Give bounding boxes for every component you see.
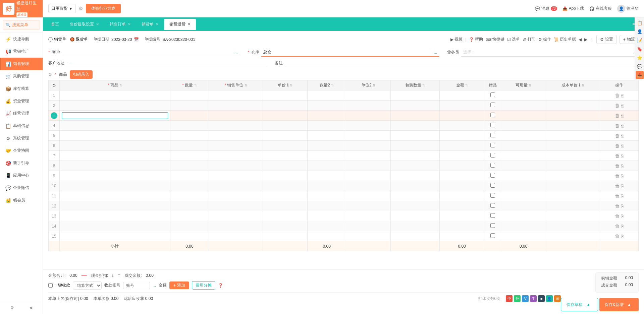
sidebar-item-purchase[interactable]: 🛒 采购管理 [0, 70, 43, 82]
cell-unit2-7[interactable] [346, 151, 391, 161]
cell-product-15[interactable] [60, 231, 170, 241]
copy-row-icon-8[interactable]: ⎘ [621, 163, 624, 169]
cell-qty-1[interactable] [170, 90, 209, 101]
delete-row-icon-12[interactable]: 🗑 [615, 203, 620, 209]
cell-cost-7[interactable] [546, 151, 600, 161]
sidebar-item-inventory[interactable]: 📦 库存核算 [0, 82, 43, 95]
addr-input[interactable]: ... [66, 59, 267, 67]
copy-row-icon-15[interactable]: ⎘ [621, 234, 624, 239]
cell-amount-12[interactable] [439, 201, 484, 211]
sidebar-collapse-btn[interactable]: ◀ [28, 304, 34, 311]
right-panel-upload-icon[interactable]: 📤 [636, 71, 644, 79]
right-panel-star-icon[interactable]: ⭐ [636, 54, 644, 62]
sidebar-item-basic[interactable]: 📋 基础信息 [0, 120, 43, 132]
app-download-button[interactable]: 📥 App下载 [562, 6, 584, 11]
sort-avail-icon[interactable]: ⇅ [529, 83, 531, 87]
copy-row-icon-7[interactable]: ⎘ [621, 153, 624, 159]
cell-qty2-3[interactable] [308, 111, 346, 121]
cell-available-14[interactable] [501, 221, 546, 231]
sort-qty-icon[interactable]: ⇅ [194, 83, 197, 87]
gift-checkbox-2[interactable] [490, 103, 495, 107]
gift-checkbox-5[interactable] [490, 133, 495, 137]
cell-available-3[interactable] [501, 111, 546, 121]
copy-row-icon-4[interactable]: ⎘ [621, 123, 624, 128]
cell-pack-qty-3[interactable] [391, 111, 440, 121]
cell-product-13[interactable] [60, 211, 170, 221]
radio-sale[interactable]: 销货单 [48, 37, 66, 42]
cell-cost-10[interactable] [546, 181, 600, 191]
cell-amount-9[interactable] [439, 171, 484, 181]
cell-price-10[interactable] [263, 181, 308, 191]
cell-product-11[interactable] [60, 191, 170, 201]
cell-product-12[interactable] [60, 201, 170, 211]
cell-unit-14[interactable] [209, 221, 263, 231]
cell-unit2-1[interactable] [346, 90, 391, 101]
cell-gift-10[interactable] [484, 181, 501, 191]
cell-gift-3[interactable] [484, 111, 501, 121]
cell-cost-3[interactable] [546, 111, 600, 121]
tab-sales[interactable]: 销货单 ✕ [136, 19, 164, 30]
cell-gift-2[interactable] [484, 101, 501, 111]
cell-qty-14[interactable] [170, 221, 209, 231]
cell-price-2[interactable] [263, 101, 308, 111]
copy-row-icon-5[interactable]: ⎘ [621, 133, 624, 138]
sidebar-settings-btn[interactable]: ⚙ [9, 304, 15, 311]
gift-checkbox-9[interactable] [490, 173, 495, 178]
cell-price-1[interactable] [263, 90, 308, 101]
cell-amount-10[interactable] [439, 181, 484, 191]
cell-unit2-9[interactable] [346, 171, 391, 181]
print-action[interactable]: 🖨 打印 [523, 37, 536, 42]
sort-qty2-icon[interactable]: ⇅ [331, 83, 334, 87]
tab-price-extract[interactable]: 售价提取设置 ✕ [64, 19, 104, 30]
cell-amount-2[interactable] [439, 101, 484, 111]
note-input[interactable] [285, 59, 639, 67]
cell-gift-9[interactable] [484, 171, 501, 181]
try-industry-button[interactable]: 体验行业方案 [86, 4, 121, 13]
gift-checkbox-13[interactable] [490, 213, 495, 218]
cell-qty2-14[interactable] [308, 221, 346, 231]
right-panel-bookmark-icon[interactable]: 🔖 [636, 45, 644, 53]
cell-cost-1[interactable] [546, 90, 600, 101]
cell-available-12[interactable] [501, 201, 546, 211]
cell-qty-12[interactable] [170, 201, 209, 211]
save-draft-button[interactable]: 保存草稿 ▲ [561, 298, 598, 311]
scan-input-button[interactable]: 扫码录入 [70, 70, 93, 79]
user-profile-button[interactable]: 👤 徐泽华 [617, 5, 639, 13]
cell-pack-qty-4[interactable] [391, 121, 440, 131]
add-row-button[interactable]: + [51, 112, 57, 119]
cell-amount-4[interactable] [439, 121, 484, 131]
cell-unit2-6[interactable] [346, 141, 391, 151]
cell-unit-15[interactable] [209, 231, 263, 241]
cell-amount-8[interactable] [439, 161, 484, 171]
radio-return-input[interactable] [70, 37, 74, 42]
cell-qty-15[interactable] [170, 231, 209, 241]
add-payment-button[interactable]: + 添加 [169, 281, 189, 289]
delete-row-icon-1[interactable]: 🗑 [615, 93, 620, 98]
gift-checkbox-10[interactable] [490, 183, 495, 188]
video-action[interactable]: ▶ 视频 [450, 37, 463, 42]
cell-amount-13[interactable] [439, 211, 484, 221]
cell-unit2-12[interactable] [346, 201, 391, 211]
taskbar-icon-t[interactable]: T [530, 295, 537, 302]
cell-available-7[interactable] [501, 151, 546, 161]
cell-product-14[interactable] [60, 221, 170, 231]
cell-qty2-5[interactable] [308, 131, 346, 141]
cell-available-15[interactable] [501, 231, 546, 241]
cell-unit2-14[interactable] [346, 221, 391, 231]
cell-qty-3[interactable] [170, 111, 209, 121]
taskbar-icon-zh[interactable]: 中 [506, 295, 513, 302]
delete-row-icon-11[interactable]: 🗑 [615, 193, 620, 199]
cell-qty-7[interactable] [170, 151, 209, 161]
cell-price-9[interactable] [263, 171, 308, 181]
account-dots[interactable]: ... [153, 283, 156, 288]
cell-qty-11[interactable] [170, 191, 209, 201]
cell-cost-15[interactable] [546, 231, 600, 241]
delete-row-icon-3[interactable]: 🗑 [615, 113, 620, 118]
sort-unit2-icon[interactable]: ⇅ [373, 83, 375, 87]
cell-qty-9[interactable] [170, 171, 209, 181]
tab-sales-return[interactable]: 销货退货 ✕ [164, 19, 196, 30]
cell-gift-12[interactable] [484, 201, 501, 211]
cell-product-4[interactable] [60, 121, 170, 131]
copy-row-icon-11[interactable]: ⎘ [621, 193, 624, 199]
cell-amount-7[interactable] [439, 151, 484, 161]
